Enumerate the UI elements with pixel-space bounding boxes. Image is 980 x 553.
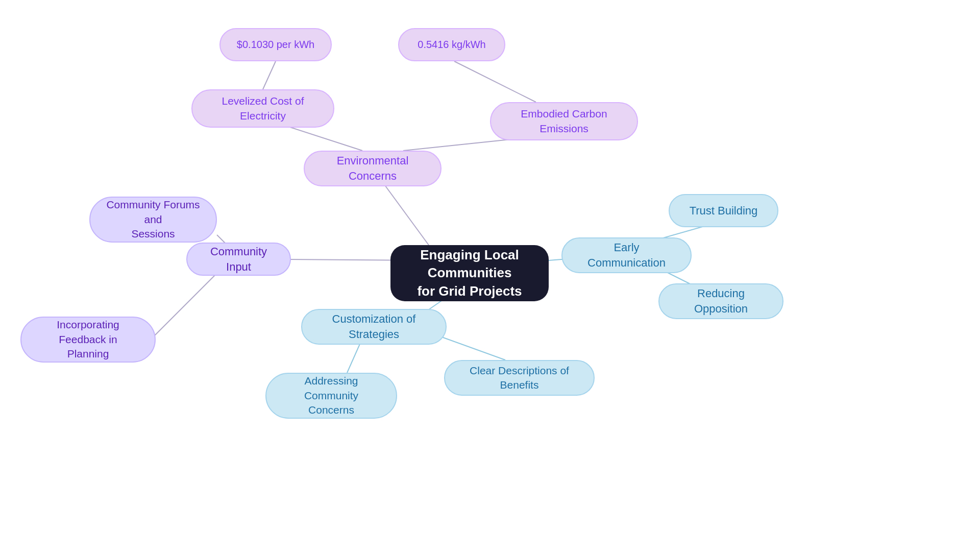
trust-node: Trust Building [669,194,778,227]
carbon-value-node: 0.5416 kg/kWh [398,28,505,61]
env-node: Environmental Concerns [304,151,442,186]
lcoe-node: Levelized Cost of Electricity [191,89,334,128]
carbon-value-label: 0.5416 kg/kWh [418,38,485,52]
reducing-label: Reducing Opposition [674,286,768,316]
forums-node: Community Forums andSessions [89,197,217,243]
lcoe-label: Levelized Cost of Electricity [207,94,319,123]
svg-line-3 [263,61,276,89]
svg-line-7 [153,266,225,337]
community-input-node: Community Input [186,243,291,276]
clear-desc-node: Clear Descriptions of Benefits [444,360,595,396]
community-input-label: Community Input [202,244,276,274]
lcoe-value-node: $0.1030 per kWh [219,28,332,61]
lcoe-value-label: $0.1030 per kWh [237,38,314,52]
incorporating-node: Incorporating Feedback inPlanning [20,317,156,363]
env-label: Environmental Concerns [319,153,426,183]
incorporating-label: Incorporating Feedback inPlanning [36,318,140,361]
forums-label: Community Forums andSessions [105,198,202,241]
early-comm-label: Early Communication [577,240,676,270]
carbon-node: Embodied Carbon Emissions [490,102,638,140]
customization-label: Customization of Strategies [316,311,431,342]
clear-desc-label: Clear Descriptions of Benefits [459,364,579,393]
svg-line-2 [403,139,510,151]
addressing-label: Addressing CommunityConcerns [281,374,382,417]
early-comm-node: Early Communication [561,237,692,273]
addressing-node: Addressing CommunityConcerns [265,373,397,419]
customization-node: Customization of Strategies [301,309,447,345]
center-node: Engaging Local Communitiesfor Grid Proje… [390,245,549,301]
center-label: Engaging Local Communitiesfor Grid Proje… [405,246,534,300]
svg-line-1 [288,127,362,151]
svg-line-4 [454,61,536,102]
reducing-node: Reducing Opposition [658,283,783,319]
trust-label: Trust Building [690,203,758,219]
carbon-label: Embodied Carbon Emissions [505,107,623,136]
